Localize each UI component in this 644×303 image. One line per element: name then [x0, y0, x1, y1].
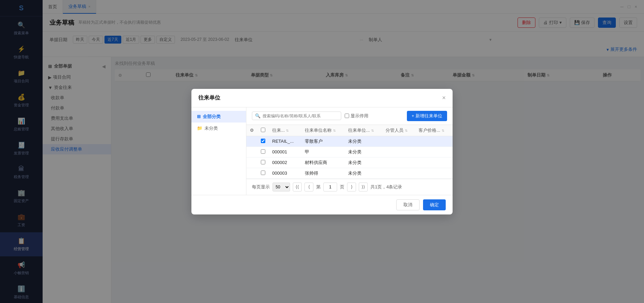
row-checkbox-1[interactable] [261, 149, 265, 154]
modal-table-wrap: ⚙ 往来... ⇅ 往来单位名称 ⇅ 往来单位... ⇅ 分管人员 ⇅ 客户价格… [246, 125, 453, 179]
page-word: 第 [316, 184, 321, 190]
row-settings-cell [246, 136, 257, 147]
row-name-cell: 甲 [301, 147, 345, 157]
settings-icon-modal[interactable]: ⚙ [250, 128, 254, 133]
prev-page-button[interactable]: ⟨ [304, 183, 313, 191]
row-check-cell[interactable] [257, 157, 269, 168]
row-manager-cell [382, 168, 415, 178]
first-page-button[interactable]: ⟨⟨ [293, 183, 302, 191]
partner-modal: 往来单位 × ⊞ 全部分类 📁 未分类 🔍 [191, 89, 453, 214]
last-page-button[interactable]: ⟩⟩ [359, 183, 368, 191]
show-disabled-label[interactable]: 显示停用 [345, 113, 368, 119]
modal-th-category: 往来单位... ⇅ [345, 125, 382, 136]
row-price-cell [415, 136, 453, 147]
modal-th-settings: ⚙ [246, 125, 257, 136]
row-price-cell [415, 168, 453, 178]
modal-footer: 取消 确定 [191, 195, 453, 214]
modal-th-code: 往来... ⇅ [269, 125, 301, 136]
modal-search-box[interactable]: 🔍 [252, 112, 341, 120]
row-checkbox-0[interactable] [261, 139, 265, 143]
modal-search-input[interactable] [263, 114, 338, 118]
sort-code-icon: ⇅ [286, 129, 289, 132]
row-name-cell: 材料供应商 [301, 157, 345, 168]
row-checkbox-3[interactable] [261, 171, 265, 175]
row-settings-cell [246, 157, 257, 168]
folder-icon-modal: 📁 [197, 126, 202, 131]
modal-table-row[interactable]: 000002 材料供应商 未分类 [246, 157, 453, 168]
modal-body: ⊞ 全部分类 📁 未分类 🔍 显示停用 [191, 107, 453, 195]
add-partner-button[interactable]: + 新增往来单位 [407, 111, 447, 121]
modal-table-row[interactable]: 000001 甲 未分类 [246, 147, 453, 157]
row-code-cell: 000003 [269, 168, 301, 178]
row-settings-cell [246, 147, 257, 157]
modal-th-check [257, 125, 269, 136]
row-manager-cell [382, 147, 415, 157]
row-price-cell [415, 147, 453, 157]
modal-toolbar: 🔍 显示停用 + 新增往来单位 [246, 107, 453, 125]
next-page-button[interactable]: ⟩ [347, 183, 356, 191]
row-category-cell: 未分类 [345, 147, 382, 157]
row-code-cell: 000001 [269, 147, 301, 157]
row-settings-cell [246, 168, 257, 178]
modal-table-row[interactable]: RETAIL_... 零散客户 未分类 [246, 136, 453, 147]
row-check-cell[interactable] [257, 168, 269, 178]
modal-th-manager: 分管人员 ⇅ [382, 125, 415, 136]
modal-header: 往来单位 × [191, 89, 453, 107]
modal-table: ⚙ 往来... ⇅ 往来单位名称 ⇅ 往来单位... ⇅ 分管人员 ⇅ 客户价格… [246, 125, 453, 179]
confirm-button[interactable]: 确定 [423, 199, 446, 210]
row-category-cell: 未分类 [345, 157, 382, 168]
row-name-cell: 张帅得 [301, 168, 345, 178]
row-manager-cell [382, 157, 415, 168]
cancel-button[interactable]: 取消 [396, 199, 420, 210]
row-category-cell: 未分类 [345, 168, 382, 178]
modal-title: 往来单位 [198, 94, 220, 102]
row-category-cell: 未分类 [345, 136, 382, 147]
modal-close-button[interactable]: × [442, 95, 446, 101]
total-label: 共1页，4条记录 [370, 184, 402, 190]
row-check-cell[interactable] [257, 136, 269, 147]
sort-mgr-icon: ⇅ [405, 129, 408, 132]
modal-cat-all[interactable]: ⊞ 全部分类 [191, 111, 246, 123]
page-number-input[interactable] [323, 183, 337, 191]
row-price-cell [415, 157, 453, 168]
row-manager-cell [382, 136, 415, 147]
show-disabled-checkbox[interactable] [345, 114, 349, 118]
sort-price-icon: ⇅ [442, 129, 444, 132]
modal-overlay: 往来单位 × ⊞ 全部分类 📁 未分类 🔍 [0, 0, 644, 303]
per-page-label: 每页显示 [252, 184, 270, 190]
sort-cat-icon: ⇅ [371, 129, 374, 132]
per-page-select[interactable]: 50 100 [273, 183, 290, 191]
modal-th-name: 往来单位名称 ⇅ [301, 125, 345, 136]
grid-icon-modal: ⊞ [197, 114, 201, 119]
modal-select-all[interactable] [261, 128, 265, 132]
modal-cat-uncategorized[interactable]: 📁 未分类 [191, 123, 246, 134]
modal-right-panel: 🔍 显示停用 + 新增往来单位 ⚙ [246, 107, 453, 195]
row-checkbox-2[interactable] [261, 160, 265, 164]
search-icon-modal: 🔍 [255, 113, 260, 118]
page-label: 页 [340, 184, 344, 190]
modal-th-price: 客户价格... ⇅ [415, 125, 453, 136]
modal-pagination: 每页显示 50 100 ⟨⟨ ⟨ 第 页 ⟩ ⟩⟩ 共1页，4条记录 [246, 179, 453, 195]
sort-name-icon: ⇅ [333, 129, 336, 132]
row-check-cell[interactable] [257, 147, 269, 157]
modal-left-panel: ⊞ 全部分类 📁 未分类 [191, 107, 246, 195]
row-code-cell: RETAIL_... [269, 136, 301, 147]
modal-table-row[interactable]: 000003 张帅得 未分类 [246, 168, 453, 178]
row-code-cell: 000002 [269, 157, 301, 168]
row-name-cell: 零散客户 [301, 136, 345, 147]
